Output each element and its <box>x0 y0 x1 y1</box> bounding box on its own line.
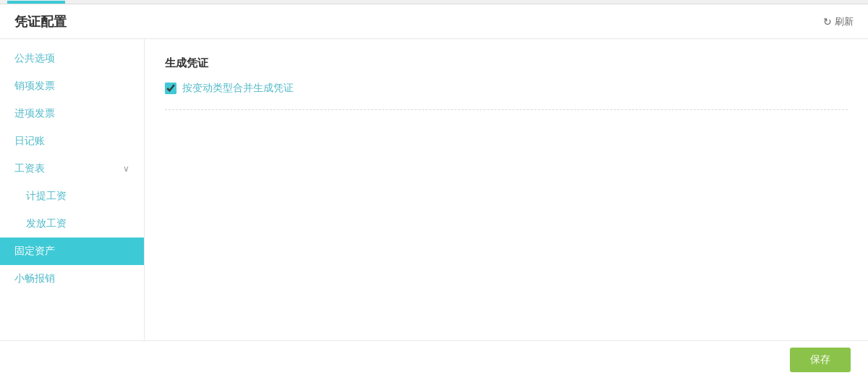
sidebar-item-label: 计提工资 <box>26 190 67 203</box>
section-title: 生成凭证 <box>165 56 848 70</box>
sidebar-item-salary-accrual[interactable]: 计提工资 <box>0 182 144 210</box>
page-title: 凭证配置 <box>14 13 67 30</box>
refresh-icon: ↻ <box>823 16 832 28</box>
merge-by-type-checkbox[interactable] <box>165 83 176 94</box>
sidebar-item-expense[interactable]: 小畅报销 <box>0 265 144 293</box>
content-area: 生成凭证 按变动类型合并生成凭证 <box>145 39 868 340</box>
checkbox-row: 按变动类型合并生成凭证 <box>165 82 848 95</box>
sidebar-item-sales-invoice[interactable]: 销项发票 <box>0 72 144 100</box>
sidebar-item-label: 工资表 <box>14 162 45 175</box>
sidebar-item-label: 销项发票 <box>14 80 55 93</box>
header: 凭证配置 ↻ 刷新 <box>0 4 868 39</box>
sidebar-item-label: 发放工资 <box>26 217 67 230</box>
sidebar-item-label: 日记账 <box>14 135 45 148</box>
footer: 保存 <box>0 340 868 378</box>
sidebar-item-salary-pay[interactable]: 发放工资 <box>0 210 144 238</box>
sidebar-item-journal[interactable]: 日记账 <box>0 127 144 155</box>
sidebar-item-label: 小畅报销 <box>14 272 55 285</box>
sidebar-item-fixed-assets[interactable]: 固定资产 <box>0 238 144 265</box>
sidebar-item-payroll[interactable]: 工资表∨ <box>0 155 144 182</box>
sidebar-item-label: 固定资产 <box>14 245 55 258</box>
sidebar-item-label: 公共选项 <box>14 52 55 65</box>
sidebar: 公共选项销项发票进项发票日记账工资表∨计提工资发放工资固定资产小畅报销 <box>0 39 145 340</box>
active-tab-indicator <box>7 1 65 4</box>
merge-by-type-label[interactable]: 按变动类型合并生成凭证 <box>182 82 294 95</box>
sidebar-item-purchase-invoice[interactable]: 进项发票 <box>0 100 144 127</box>
sidebar-item-public-options[interactable]: 公共选项 <box>0 45 144 72</box>
refresh-button[interactable]: ↻ 刷新 <box>823 15 854 28</box>
main-layout: 公共选项销项发票进项发票日记账工资表∨计提工资发放工资固定资产小畅报销 生成凭证… <box>0 39 868 340</box>
refresh-label: 刷新 <box>835 15 854 28</box>
chevron-down-icon: ∨ <box>123 164 129 174</box>
sidebar-item-label: 进项发票 <box>14 107 55 120</box>
section-divider <box>165 109 848 110</box>
save-button[interactable]: 保存 <box>790 348 851 372</box>
